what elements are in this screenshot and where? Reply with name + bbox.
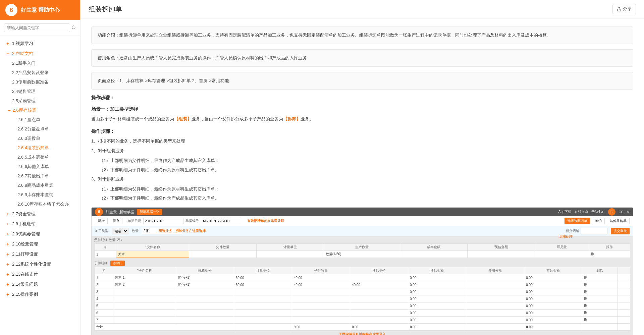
sidebar-item-2-1[interactable]: 2.1新手入门 [0,59,80,68]
btn-action2[interactable]: 其他采购单 [607,218,630,224]
sidebar-item-2-6-6[interactable]: 2.6.6其他入库单 [0,162,80,171]
sidebar-item-2-6-8[interactable]: 2.6.8商品成本重算 [0,181,80,190]
highlight-disassemble: 【拆卸】 [283,116,301,121]
screenshot-container: 6 好生意 新增单据 新增单据一张 App下载 在线咨询 帮助中心 C CC ✕ [91,207,633,335]
plus-icon-2-10: + [5,242,10,246]
app-screenshot: 6 好生意 新增单据 新增单据一张 App下载 在线咨询 帮助中心 C CC ✕ [92,208,633,335]
sidebar-item-2-6-3[interactable]: 2.6.3调拨单 [0,134,80,143]
plus-icon-2-13: + [5,272,10,277]
lower-table-header: 子件明细 添加行 [94,261,630,266]
sidebar-item-2-15[interactable]: + 2.15操作案例 [0,289,80,299]
path-text: 页面路径：1、库存核算->库存管理->组装拆卸单 2、首页->常用功能 [98,78,229,83]
upper-table: # *父件名称 父件数量 计量单位 生产数量 成本金额 预估金额 可见量 操作 [94,243,630,258]
main-content: 组装拆卸单 分享 功能介绍：组装拆卸单用来处理企业组装或拆卸等加工业务，支持有固… [80,0,644,335]
step2-2: （2）下部明细为子件明细，最终作为原材料生成其它出库单。 [91,166,633,174]
app-btn-new[interactable]: 新增单据一张 [137,209,162,215]
app-top-bar: 6 好生意 新增单据 新增单据一张 App下载 在线咨询 帮助中心 C CC ✕ [92,208,633,216]
annotation-enable: 启用处理 [559,234,573,239]
step1: 1、根据不同的业务，选择不同单据的类型来处理 [91,137,633,145]
steps-title: 操作步骤： [91,128,633,134]
main-header: 组装拆卸单 分享 [80,0,644,18]
sidebar-item-2-9[interactable]: + 2.9优惠券管理 [0,229,80,239]
annotation-type: 组装业务、拆卸业务在这里选择 [159,229,206,233]
table-footer: 合计 9.00 0.00 0.00 0.00 [95,324,630,331]
btn-add[interactable]: 新增 [95,218,108,224]
sidebar-item-2-12[interactable]: + 2.12系统个性化设置 [0,259,80,269]
plus-icon-2-15: + [5,292,10,297]
app-logo: 6 [95,208,103,216]
lower-row-7: 7 0.00 0.00 删 [95,317,630,324]
btn-save[interactable]: 保存 [110,218,122,224]
sidebar-item-2[interactable]: − 2.帮助文档 [0,49,80,59]
sidebar: 6 好生意 帮助中心 + 1.视频学习 − 2.帮助文档 2.1新手入门 2.2… [0,0,80,335]
sidebar-item-2-13[interactable]: + 2.13在线支付 [0,269,80,279]
bill-no-input[interactable] [201,218,241,224]
btn-add-sub[interactable]: 添加行 [110,261,125,266]
page-title: 组装拆卸单 [89,5,122,14]
search-button[interactable] [71,25,76,31]
process-type-select[interactable]: 组装 拆卸 [112,228,128,234]
sidebar-item-2-6-2[interactable]: 2.6.2分量盘点单 [0,124,80,134]
sidebar-item-2-6[interactable]: − 2.6库存核算 [0,106,80,115]
annotation-no-bom: 无固定清单可以组给在这里录入 [92,331,633,335]
share-icon [617,7,622,11]
annotation-bom: 有装配清单的在这里处理 [247,219,284,223]
sidebar-item-2-3[interactable]: 2.3使用前数据准备 [0,77,80,87]
search-input[interactable] [4,23,70,32]
btn-submit[interactable]: 提交审核 [611,228,630,234]
lower-row-1: 1 黑料 1 优化(+1) 30.00 40.00 0.00 0.00 删 [95,274,630,281]
minus-icon-2-6: − [8,108,11,113]
minus-icon: − [5,51,10,56]
sidebar-item-2-6-1[interactable]: 2.6.1盘点单 [0,115,80,124]
sidebar-item-2-6-7[interactable]: 2.6.7其他出库单 [0,171,80,181]
app-top-right: App下载 在线咨询 帮助中心 C CC ✕ [558,208,630,216]
supplier-input[interactable] [581,228,607,234]
btn-select-bom[interactable]: 选择装配清单 [565,218,590,224]
sidebar-item-2-6-10[interactable]: 2.6.10库存账本错了怎么办 [0,200,80,209]
step3-2: （2）下部明细为子件明细，最终作为产成品生成其它入库单。 [91,194,633,202]
lower-row-3: 3 0.00 0.00 删 [95,288,630,295]
role-box: 使用角色：通常由生产人员或库管人员完成拆装业务的操作，库管人员确认原材料的出库和… [91,49,633,67]
plus-icon-2-14: + [5,282,10,287]
app-title: 好生意 帮助中心 [21,7,60,14]
role-text: 使用角色：通常由生产人员或库管人员完成拆装业务的操作，库管人员确认原材料的出库和… [98,55,307,60]
app-avatar: C [608,208,615,216]
app-menu-bar: 新增 保存 单据日期 单据编号 有装配清单的在这里处理 选择装配清单 签约 其他… [92,216,633,226]
intro-text: 功能介绍：组装拆卸单用来处理企业组装或拆卸等加工业务，支持有固定装配清单的产品加… [98,33,551,38]
btn-action1[interactable]: 签约 [592,218,605,224]
upper-table-row-1: 1 关木 数量(1-50) 删 [95,251,630,258]
lower-table-area: 子件明细 添加行 # *子件名称 规格型号 计量单位 子件数量 预估单价 [92,259,633,331]
sidebar-item-1[interactable]: + 1.视频学习 [0,39,80,49]
plus-icon-2-9: + [5,232,10,236]
plus-icon-2-8: + [5,222,10,226]
content-body: 功能介绍：组装拆卸单用来处理企业组装或拆卸等加工业务，支持有固定装配清单的产品加… [80,18,644,335]
sidebar-item-2-6-4[interactable]: 2.6.4组装拆卸单 [0,143,80,153]
lower-row-5: 5 0.00 0.00 删 [95,302,630,310]
sidebar-item-2-2[interactable]: 2.2产品安装及登录 [0,68,80,77]
sidebar-item-2-8[interactable]: + 2.8手机旺铺 [0,219,80,229]
app-close-icon[interactable]: ✕ [627,210,630,214]
nav-tree: + 1.视频学习 − 2.帮助文档 2.1新手入门 2.2产品安装及登录 2.3… [0,36,80,335]
intro-box: 功能介绍：组装拆卸单用来处理企业组装或拆卸等加工业务，支持有固定装配清单的产品加… [91,26,633,44]
sidebar-item-2-14[interactable]: + 2.14常见问题 [0,279,80,289]
step3-1: （1）上部明细为父件明细，最终作为原材料生成其它出库单； [91,185,633,193]
step2-1: （1）上部明细为父件明细，最终作为产成品生成其它入库单； [91,157,633,164]
svg-point-0 [72,25,75,29]
sidebar-item-2-11[interactable]: + 2.11打印设置 [0,249,80,259]
app-bill-type: 新增单据 [119,210,134,215]
share-button[interactable]: 分享 [612,4,636,14]
sidebar-item-2-7[interactable]: + 2.7资金管理 [0,209,80,219]
sidebar-item-2-4[interactable]: 2.4销售管理 [0,87,80,96]
plus-icon-2-11: + [5,252,10,257]
type-selector-row: 加工类型 组装 拆卸 数量 组装业务、拆卸业务在这里选择 供货店铺 提交审核 启… [92,226,633,236]
search-box [0,20,80,36]
sidebar-item-2-10[interactable]: + 2.10经营管理 [0,239,80,249]
lower-table: # *子件名称 规格型号 计量单位 子件数量 预估单价 预估金额 费用分摊 实际… [94,267,630,331]
plus-icon-2-12: + [5,262,10,267]
sidebar-item-2-6-9[interactable]: 2.6.9库存账本查询 [0,190,80,200]
lower-row-2: 2 黑料 2 优化(+1) 30.00 40.00 40.00 0.00 0.0… [95,281,630,288]
lower-row-6: 6 0.00 0.00 删 [95,310,630,317]
date-input[interactable] [143,218,183,224]
sidebar-item-2-5[interactable]: 2.5采购管理 [0,96,80,106]
sidebar-item-2-6-5[interactable]: 2.6.5成本调整单 [0,153,80,162]
